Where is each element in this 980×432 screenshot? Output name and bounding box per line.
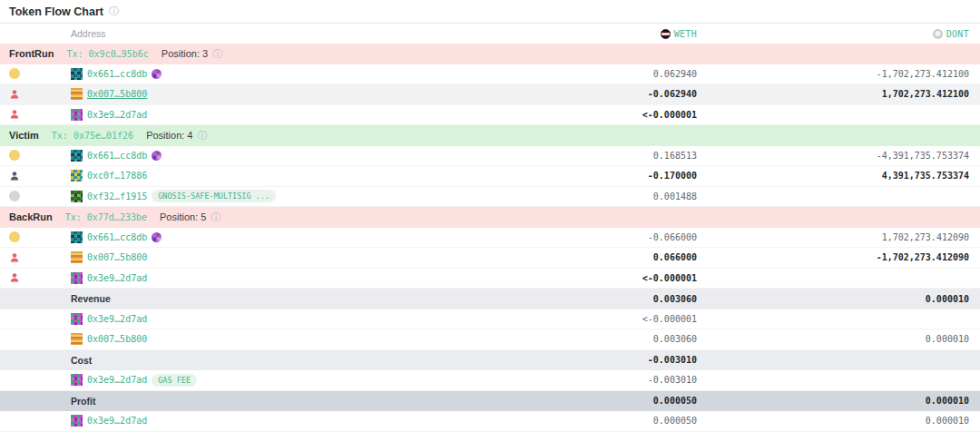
dont-value: 0.000010	[697, 334, 969, 344]
lead-icon-empty	[9, 416, 20, 427]
address-identicon	[71, 251, 83, 263]
address-cell: 0x661…cc8db	[71, 231, 425, 243]
address-cell: 0x3e9…2d7ad	[71, 109, 425, 121]
address-tag-badge[interactable]: GNOSIS-SAFE-MULTISIG ...	[152, 190, 276, 202]
weth-value: 0.062940	[425, 69, 697, 79]
contract-dot-icon	[9, 68, 20, 79]
lead-cell	[0, 231, 71, 242]
panel-titlebar: Token Flow Chart ⓘ	[0, 0, 980, 24]
address-link[interactable]: 0x3e9…2d7ad	[87, 273, 147, 283]
weth-value: 0.066000	[425, 252, 697, 262]
address-identicon	[71, 109, 83, 121]
weth-value: 0.000050	[425, 396, 697, 406]
address-link[interactable]: 0x007…5b800	[87, 89, 147, 99]
protocol-swirl-icon	[152, 232, 162, 242]
address-link[interactable]: 0x3e9…2d7ad	[87, 110, 147, 120]
weth-column-header: WETH	[425, 29, 697, 39]
weth-value: 0.000050	[425, 416, 697, 426]
address-identicon	[71, 88, 83, 100]
weth-value: 0.001488	[425, 191, 697, 201]
address-identicon	[71, 415, 83, 427]
address-identicon	[71, 170, 83, 182]
page-title: Token Flow Chart	[9, 5, 103, 18]
lead-icon-empty	[9, 375, 20, 386]
section-label: Victim	[9, 130, 39, 141]
lead-cell	[0, 375, 71, 386]
weth-value: -0.003010	[425, 375, 697, 385]
info-icon[interactable]: ⓘ	[109, 6, 119, 16]
section-label: BackRun	[9, 211, 53, 222]
lead-cell	[0, 171, 71, 182]
dont-value: -1,702,273.412100	[697, 69, 969, 79]
dont-token-icon	[933, 29, 943, 39]
weth-value: <-0.000001	[425, 110, 697, 120]
lead-cell	[0, 334, 71, 345]
address-link[interactable]: 0x3e9…2d7ad	[87, 416, 147, 426]
address-column-header: Address	[71, 28, 425, 39]
summary-row-profit: Profit0.0000500.000010	[0, 391, 980, 412]
table-row: 0x3e9…2d7ad0.0000500.000010	[0, 411, 980, 432]
lead-cell	[0, 109, 71, 120]
dont-value: 0.000010	[697, 416, 969, 426]
address-identicon	[71, 333, 83, 345]
protocol-swirl-icon	[152, 151, 162, 161]
info-icon[interactable]: ⓘ	[211, 212, 220, 222]
table-row: 0xc0f…17886-0.1700004,391,735.753374	[0, 166, 980, 187]
token-flow-chart-panel: Token Flow Chart ⓘ Address WETH DONT Fro…	[0, 0, 980, 432]
table-row: 0x3e9…2d7ad<-0.000001	[0, 269, 980, 290]
table-row: 0x661…cc8db0.168513-4,391,735.753374	[0, 146, 980, 167]
address-cell: 0x3e9…2d7ad	[71, 415, 425, 427]
weth-value: -0.170000	[425, 171, 697, 181]
info-icon[interactable]: ⓘ	[198, 131, 208, 141]
address-link[interactable]: 0x007…5b800	[87, 252, 147, 262]
person-icon	[9, 272, 20, 283]
address-identicon	[71, 191, 83, 202]
table-row: 0x661…cc8db-0.0660001,702,273.412090	[0, 228, 980, 249]
info-icon[interactable]: ⓘ	[212, 49, 222, 59]
contract-dot-icon	[9, 150, 20, 161]
position-label: Position: 4	[146, 130, 192, 141]
address-link[interactable]: 0x661…cc8db	[87, 69, 147, 79]
dont-value: 0.000010	[697, 396, 969, 406]
address-link[interactable]: 0xf32…f1915	[87, 191, 147, 201]
address-link[interactable]: 0x007…5b800	[87, 334, 147, 344]
dont-value: -1,702,273.412090	[697, 252, 969, 262]
weth-value: -0.066000	[425, 232, 697, 242]
tx-hash-link[interactable]: Tx: 0x75e…01f26	[52, 131, 133, 141]
section-label: FrontRun	[9, 48, 54, 59]
contract-dot-icon	[9, 231, 20, 242]
tx-hash-link[interactable]: Tx: 0x77d…233be	[65, 212, 147, 222]
lead-cell	[0, 191, 71, 201]
lead-icon-empty	[9, 334, 20, 345]
section-header-victim: VictimTx: 0x75e…01f26Position: 4ⓘ	[0, 125, 980, 146]
table-row: 0x007…5b8000.066000-1,702,273.412090	[0, 248, 980, 269]
table-row: 0x661…cc8db0.062940-1,702,273.412100	[0, 64, 980, 85]
lead-icon-empty	[9, 313, 20, 324]
address-link[interactable]: 0x661…cc8db	[87, 232, 147, 242]
section-header-frontrun: FrontRunTx: 0x9c0…95b6cPosition: 3ⓘ	[0, 44, 980, 64]
table-column-header: Address WETH DONT	[0, 24, 980, 44]
tx-hash-link[interactable]: Tx: 0x9c0…95b6c	[66, 49, 148, 59]
address-cell: 0x661…cc8db	[71, 68, 425, 80]
person-icon	[9, 89, 20, 100]
address-link[interactable]: 0x3e9…2d7ad	[87, 314, 147, 324]
person-icon	[9, 109, 20, 120]
address-cell: 0x007…5b800	[71, 251, 425, 263]
address-link[interactable]: 0x3e9…2d7ad	[87, 375, 147, 385]
table-row: 0xf32…f1915GNOSIS-SAFE-MULTISIG ...0.001…	[0, 187, 980, 208]
weth-column-label: WETH	[674, 29, 697, 39]
weth-value: -0.062940	[425, 89, 697, 99]
table-row: 0x3e9…2d7ad<-0.000001	[0, 309, 980, 330]
address-cell: 0x007…5b800	[71, 333, 425, 345]
lead-cell	[0, 252, 71, 263]
table-row: 0x007…5b8000.0030600.000010	[0, 329, 980, 350]
protocol-swirl-icon	[152, 69, 162, 79]
weth-token-icon	[661, 29, 671, 39]
address-link[interactable]: 0xc0f…17886	[87, 171, 147, 181]
weth-value: <-0.000001	[425, 273, 697, 283]
lead-cell	[0, 89, 71, 100]
address-link[interactable]: 0x661…cc8db	[87, 151, 147, 161]
lead-cell	[0, 150, 71, 161]
address-cell: 0x007…5b800	[71, 88, 425, 100]
address-cell: 0xf32…f1915GNOSIS-SAFE-MULTISIG ...	[71, 190, 425, 202]
